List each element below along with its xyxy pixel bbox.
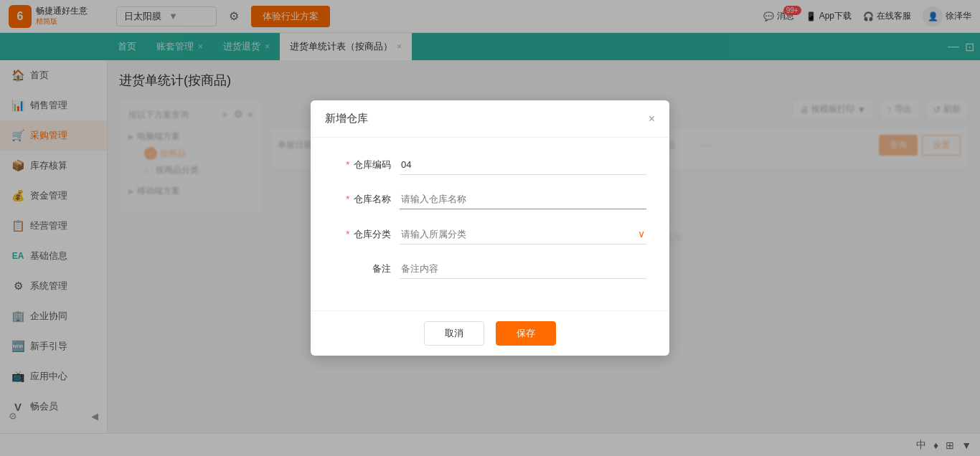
form-row-remark: 备注 (334, 259, 646, 279)
add-warehouse-dialog: 新增仓库 × * 仓库编码 * 仓库名称 (311, 100, 669, 356)
warehouse-name-input[interactable] (400, 189, 646, 209)
form-row-name: * 仓库名称 (334, 189, 646, 209)
category-select-row: ∨ (400, 224, 646, 244)
remark-label: 备注 (334, 262, 391, 275)
dialog-footer: 取消 保存 (311, 310, 669, 356)
category-chevron-icon[interactable]: ∨ (638, 228, 645, 239)
dialog-body: * 仓库编码 * 仓库名称 * 仓库分类 (311, 138, 669, 310)
cancel-button[interactable]: 取消 (424, 321, 484, 346)
save-button[interactable]: 保存 (496, 321, 556, 346)
dialog-header: 新增仓库 × (311, 100, 669, 138)
category-input[interactable] (401, 229, 638, 239)
form-row-code: * 仓库编码 (334, 155, 646, 175)
code-label: * 仓库编码 (334, 158, 391, 171)
form-row-category: * 仓库分类 ∨ (334, 224, 646, 244)
modal-overlay[interactable]: 新增仓库 × * 仓库编码 * 仓库名称 (0, 0, 980, 456)
dialog-close-button[interactable]: × (649, 113, 655, 125)
category-label: * 仓库分类 (334, 228, 391, 241)
remark-input[interactable] (400, 259, 646, 279)
dialog-title: 新增仓库 (325, 112, 368, 125)
warehouse-code-input[interactable] (400, 155, 646, 175)
name-label: * 仓库名称 (334, 193, 391, 206)
